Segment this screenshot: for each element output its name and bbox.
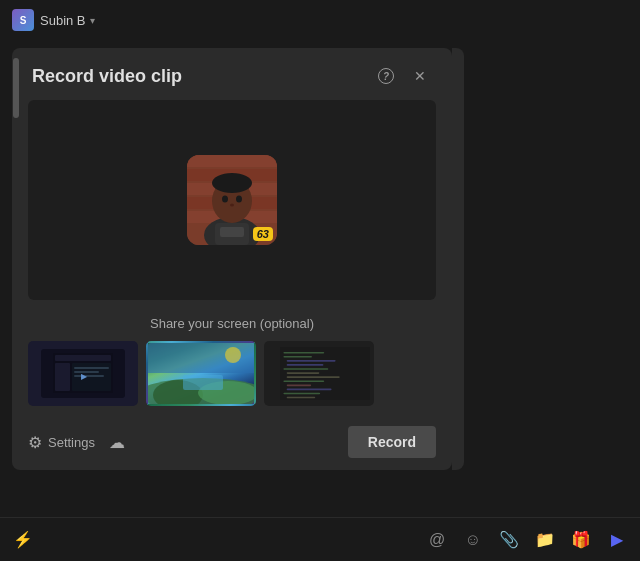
svg-rect-38 xyxy=(287,385,311,387)
upload-button[interactable]: ☁ xyxy=(109,433,125,452)
svg-rect-21 xyxy=(74,375,104,377)
record-button[interactable]: Record xyxy=(348,426,436,458)
folder-icon[interactable]: 📁 xyxy=(534,529,556,551)
thumb2-landscape xyxy=(148,343,254,404)
share-screen-label: Share your screen (optional) xyxy=(28,316,436,331)
svg-point-10 xyxy=(222,196,228,203)
svg-rect-30 xyxy=(283,352,324,354)
screen-thumb-1[interactable]: ▶ xyxy=(28,341,138,406)
close-button[interactable]: ✕ xyxy=(408,64,432,88)
help-button[interactable]: ? xyxy=(374,64,398,88)
svg-text:▶: ▶ xyxy=(81,372,88,381)
svg-point-12 xyxy=(230,204,234,207)
svg-rect-34 xyxy=(283,368,328,370)
bottom-toolbar: ⚡ @ ☺ 📎 📁 🎁 ▶ xyxy=(0,517,640,561)
user-name-label: Subin B xyxy=(40,13,86,28)
gear-icon: ⚙ xyxy=(28,433,42,452)
user-avatar: S xyxy=(12,9,34,31)
svg-rect-35 xyxy=(287,372,320,374)
screen-thumb-2[interactable] xyxy=(146,341,256,406)
svg-point-9 xyxy=(212,173,252,193)
at-icon[interactable]: @ xyxy=(426,529,448,551)
user-video-preview: 63 xyxy=(187,155,277,245)
svg-rect-37 xyxy=(283,380,324,382)
screen-thumb-3[interactable] xyxy=(264,341,374,406)
avatar-badge: 63 xyxy=(253,227,273,241)
video-preview: 63 xyxy=(28,100,436,300)
user-name[interactable]: Subin B ▾ xyxy=(40,13,95,28)
svg-rect-19 xyxy=(74,367,109,369)
modal-container: Record video clip ? ✕ xyxy=(0,40,464,517)
emoji-icon[interactable]: ☺ xyxy=(462,529,484,551)
svg-point-28 xyxy=(225,347,241,363)
thumb3-svg xyxy=(270,347,374,400)
main-layout: Record video clip ? ✕ xyxy=(0,40,640,517)
svg-rect-36 xyxy=(287,376,340,378)
modal-title: Record video clip xyxy=(32,66,182,87)
svg-rect-16 xyxy=(55,355,111,361)
thumb1-svg: ▶ xyxy=(53,353,113,393)
screen-thumbnails: ▶ xyxy=(28,341,436,406)
svg-rect-27 xyxy=(183,375,223,390)
share-screen-section: Share your screen (optional) xyxy=(12,300,452,414)
gift-icon[interactable]: 🎁 xyxy=(570,529,592,551)
help-icon: ? xyxy=(378,68,394,84)
thumb-1-inner: ▶ xyxy=(41,349,126,398)
modal-header: Record video clip ? ✕ xyxy=(12,48,452,100)
modal-footer: ⚙ Settings ☁ Record xyxy=(12,414,452,470)
settings-button[interactable]: ⚙ Settings xyxy=(28,433,95,452)
svg-rect-40 xyxy=(283,393,320,395)
footer-left-actions: ⚙ Settings ☁ xyxy=(28,433,125,452)
svg-rect-39 xyxy=(287,389,332,391)
svg-point-11 xyxy=(236,196,242,203)
svg-rect-32 xyxy=(287,360,336,362)
paperclip-icon[interactable]: 📎 xyxy=(498,529,520,551)
thumb2-svg xyxy=(148,343,256,406)
modal-header-icons: ? ✕ xyxy=(374,64,432,88)
right-sidebar xyxy=(464,40,640,517)
svg-rect-41 xyxy=(287,397,316,399)
topbar: S Subin B ▾ xyxy=(0,0,640,40)
lightning-icon[interactable]: ⚡ xyxy=(12,529,34,551)
settings-label: Settings xyxy=(48,435,95,450)
upload-icon: ☁ xyxy=(109,433,125,452)
scrollbar-thumb[interactable] xyxy=(13,58,19,118)
send-icon[interactable]: ▶ xyxy=(606,529,628,551)
svg-rect-31 xyxy=(283,356,312,358)
modal-scrollbar[interactable] xyxy=(452,48,464,470)
svg-rect-17 xyxy=(55,363,70,391)
svg-rect-33 xyxy=(287,364,324,366)
user-dropdown-chevron: ▾ xyxy=(90,15,95,26)
record-video-modal: Record video clip ? ✕ xyxy=(12,48,452,470)
svg-rect-14 xyxy=(220,227,244,237)
modal-wrapper: Record video clip ? ✕ xyxy=(12,48,464,470)
svg-rect-1 xyxy=(187,155,277,167)
